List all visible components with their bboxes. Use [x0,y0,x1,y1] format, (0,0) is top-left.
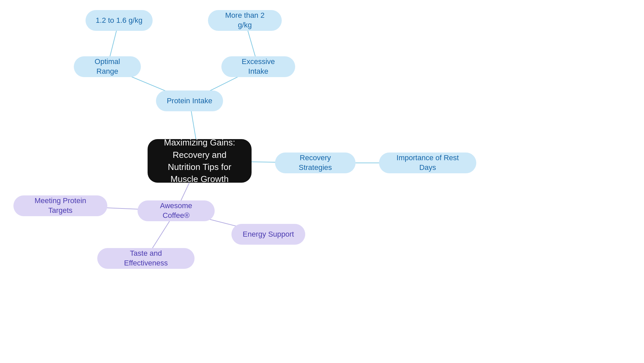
importance-rest-node: Importance of Rest Days [379,153,476,173]
recovery-strategies-label: Recovery Strategies [285,153,345,172]
center-node: Maximizing Gains: Recovery and Nutrition… [148,139,252,183]
meeting-protein-node: Meeting Protein Targets [13,195,107,216]
excessive-intake-node: Excessive Intake [221,56,295,77]
more-than-2-node: More than 2 g/kg [208,10,282,31]
more-than-2-label: More than 2 g/kg [218,11,272,30]
protein-intake-label: Protein Intake [167,96,212,106]
excessive-intake-label: Excessive Intake [231,57,285,76]
awesome-coffee-label: Awesome Coffee® [148,201,205,220]
taste-effectiveness-node: Taste and Effectiveness [97,248,195,269]
meeting-protein-label: Meeting Protein Targets [23,196,97,215]
energy-support-label: Energy Support [243,230,294,239]
protein-intake-node: Protein Intake [156,90,223,111]
recovery-strategies-node: Recovery Strategies [275,153,356,173]
optimal-range-node: Optimal Range [74,56,141,77]
one-two-g-label: 1.2 to 1.6 g/kg [96,16,142,25]
importance-rest-label: Importance of Rest Days [389,153,466,172]
center-label: Maximizing Gains: Recovery and Nutrition… [161,136,238,185]
awesome-coffee-node: Awesome Coffee® [138,200,215,221]
energy-support-node: Energy Support [231,224,305,245]
taste-effectiveness-label: Taste and Effectiveness [107,249,184,268]
optimal-range-label: Optimal Range [84,57,131,76]
one-two-g-node: 1.2 to 1.6 g/kg [86,10,153,31]
